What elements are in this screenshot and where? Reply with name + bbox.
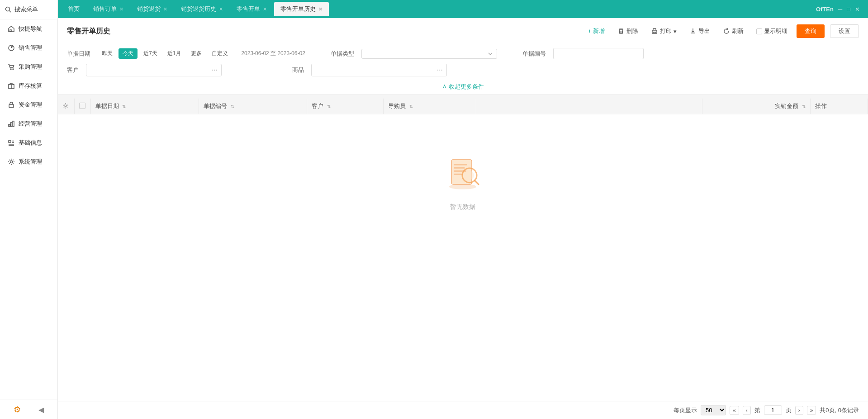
box-icon <box>8 82 15 89</box>
table-body: 暂无数据 <box>58 114 868 248</box>
tab-sales-return-history[interactable]: 销货退货历史 ✕ <box>175 2 229 16</box>
svg-point-0 <box>6 7 10 11</box>
print-label: 打印 <box>660 27 672 35</box>
settings-button[interactable]: 设置 <box>830 24 859 38</box>
svg-rect-8 <box>9 104 14 108</box>
th-checkbox[interactable] <box>74 99 90 114</box>
sidebar-item-finance[interactable]: 资金管理 <box>0 95 57 114</box>
goods-dots[interactable]: ··· <box>437 66 443 74</box>
sidebar-settings-btn[interactable]: ⚙ <box>14 405 21 414</box>
query-button[interactable]: 查询 <box>797 24 825 38</box>
svg-rect-19 <box>653 32 656 33</box>
sidebar-item-system[interactable]: 系统管理 <box>0 152 57 171</box>
tab-sales-return-label: 销货退货 <box>137 5 161 13</box>
th-settings[interactable] <box>58 99 74 114</box>
table-header: 单据日期 ⇅ 单据编号 ⇅ 客户 ⇅ 导购员 ⇅ <box>58 99 868 114</box>
page-title: 零售开单历史 <box>67 27 110 36</box>
tab-sales-order-close[interactable]: ✕ <box>119 6 123 12</box>
tab-sales-return-history-close[interactable]: ✕ <box>219 6 223 12</box>
goods-select[interactable]: ··· <box>311 64 447 76</box>
page-size-select[interactable]: 50 10 20 100 <box>701 405 726 415</box>
sidebar-item-label: 快捷导航 <box>19 25 42 33</box>
goods-label: 商品 <box>292 66 304 74</box>
customer-dots[interactable]: ··· <box>212 66 218 74</box>
export-button[interactable]: 导出 <box>686 25 714 37</box>
th-customer[interactable]: 客户 ⇅ <box>307 99 384 114</box>
sidebar-item-inventory[interactable]: 库存核算 <box>0 76 57 95</box>
th-actual-amount[interactable]: 实销金额 ⇅ <box>702 99 810 114</box>
prev-page-button[interactable]: ‹ <box>743 406 751 415</box>
tab-retail-open-history[interactable]: 零售开单历史 ✕ <box>274 2 329 16</box>
next-page-button[interactable]: › <box>795 406 803 415</box>
tab-sales-return-close[interactable]: ✕ <box>163 6 167 12</box>
trash-icon <box>617 28 625 35</box>
customer-select[interactable]: ··· <box>86 64 222 76</box>
tab-sales-order[interactable]: 销售订单 ✕ <box>87 2 130 16</box>
page-title-row: 零售开单历史 + 新增 删除 打印 <box>67 24 859 38</box>
th-doc-date-label: 单据日期 <box>95 103 119 109</box>
svg-rect-24 <box>454 167 465 169</box>
print-button[interactable]: 打印 ▾ <box>647 25 680 37</box>
date-btn-1month[interactable]: 近1月 <box>163 48 185 59</box>
sidebar-search[interactable]: 搜索采单 <box>0 0 57 19</box>
doc-no-input[interactable] <box>553 48 644 59</box>
th-guide[interactable]: 导购员 ⇅ <box>384 99 476 114</box>
tab-home[interactable]: 首页 <box>62 2 86 16</box>
chart-icon <box>8 44 15 52</box>
sidebar-item-quick-nav[interactable]: 快捷导航 <box>0 19 57 38</box>
bar-icon <box>8 120 15 127</box>
date-btn-7days[interactable]: 近7天 <box>139 48 161 59</box>
window-close-btn[interactable]: ✕ <box>855 6 860 13</box>
sidebar-item-operations[interactable]: 经营管理 <box>0 114 57 133</box>
sidebar-item-label: 库存核算 <box>19 82 42 90</box>
sidebar-collapse-btn[interactable]: ◀ <box>38 405 44 414</box>
window-max-btn[interactable]: □ <box>847 6 850 13</box>
sidebar-item-basic-info[interactable]: 基础信息 <box>0 133 57 152</box>
date-btn-custom[interactable]: 自定义 <box>208 48 232 59</box>
refresh-icon <box>723 28 730 35</box>
sidebar-search-label: 搜索采单 <box>14 5 38 14</box>
export-label: 导出 <box>698 27 710 35</box>
sidebar-item-purchase-mgmt[interactable]: 采购管理 <box>0 57 57 76</box>
date-btn-today[interactable]: 今天 <box>119 48 138 59</box>
tab-retail-open-label: 零售开单 <box>237 5 260 13</box>
refresh-button[interactable]: 刷新 <box>719 25 747 37</box>
collapse-button[interactable]: ∧ 收起更多条件 <box>67 81 859 94</box>
display-cols-button[interactable]: 显示明细 <box>753 25 791 37</box>
svg-rect-26 <box>454 174 463 175</box>
collapse-arrow: ∧ <box>442 83 447 91</box>
chevron-down-icon <box>488 51 493 56</box>
date-range-text: 2023-06-02 至 2023-06-02 <box>241 50 305 57</box>
select-all-checkbox[interactable] <box>79 103 85 109</box>
th-doc-date[interactable]: 单据日期 ⇅ <box>90 99 199 114</box>
doc-type-select[interactable] <box>361 49 497 59</box>
delete-button[interactable]: 删除 <box>614 25 642 37</box>
tab-sales-return[interactable]: 销货退货 ✕ <box>131 2 174 16</box>
th-doc-no[interactable]: 单据编号 ⇅ <box>199 99 307 114</box>
tabs-bar: 首页 销售订单 ✕ 销货退货 ✕ 销货退货历史 ✕ 零售开单 ✕ 零售开单历史 … <box>58 0 868 18</box>
tab-retail-open-history-close[interactable]: ✕ <box>318 6 323 12</box>
empty-state-row: 暂无数据 <box>58 114 868 248</box>
first-page-button[interactable]: « <box>730 406 739 415</box>
current-page-input[interactable] <box>764 405 782 415</box>
empty-illustration <box>440 151 485 196</box>
sidebar-item-label: 采购管理 <box>19 63 42 71</box>
window-min-btn[interactable]: ─ <box>838 6 842 13</box>
tab-retail-open-history-label: 零售开单历史 <box>280 5 316 13</box>
date-btn-more[interactable]: 更多 <box>187 48 206 59</box>
date-btn-yesterday[interactable]: 昨天 <box>98 48 117 59</box>
total-info: 共0页, 0条记录 <box>820 406 859 414</box>
last-page-button[interactable]: » <box>807 406 816 415</box>
empty-text: 暂无数据 <box>450 203 475 211</box>
svg-rect-11 <box>13 121 14 127</box>
add-button[interactable]: + 新增 <box>584 25 608 37</box>
tab-retail-open[interactable]: 零售开单 ✕ <box>230 2 273 16</box>
display-cols-label: 显示明细 <box>764 27 787 35</box>
tab-retail-open-close[interactable]: ✕ <box>263 6 267 12</box>
filter-row-2: 客户 ··· 商品 ··· <box>67 64 859 76</box>
sort-doc-date-icon: ⇅ <box>122 104 126 109</box>
list-icon <box>8 139 15 146</box>
sidebar-item-sales-mgmt[interactable]: 销售管理 <box>0 38 57 57</box>
tab-home-label: 首页 <box>68 5 80 13</box>
sort-actual-amount-icon: ⇅ <box>802 104 806 109</box>
